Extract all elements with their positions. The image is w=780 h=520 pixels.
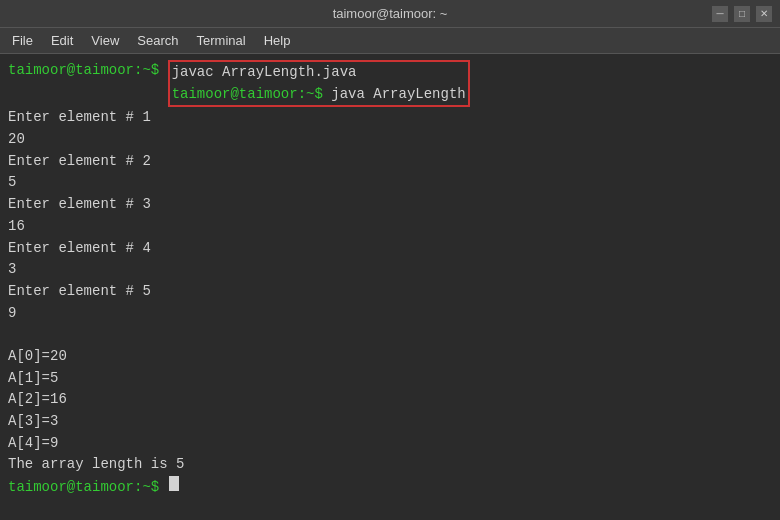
menu-terminal[interactable]: Terminal xyxy=(189,31,254,50)
output-line-3: Enter element # 3 xyxy=(8,194,772,216)
array-4: A[4]=9 xyxy=(8,433,772,455)
output-line-1: Enter element # 1 xyxy=(8,107,772,129)
output-line-2: Enter element # 2 xyxy=(8,151,772,173)
title-bar: taimoor@taimoor: ~ ─ □ ✕ xyxy=(0,0,780,28)
array-length: The array length is 5 xyxy=(8,454,772,476)
menu-search[interactable]: Search xyxy=(129,31,186,50)
prompt-2: taimoor@taimoor:~$ xyxy=(172,84,332,106)
minimize-button[interactable]: ─ xyxy=(712,6,728,22)
window-title: taimoor@taimoor: ~ xyxy=(333,6,448,21)
menubar: File Edit View Search Terminal Help xyxy=(0,28,780,54)
output-line-4: Enter element # 4 xyxy=(8,238,772,260)
output-line-5: Enter element # 5 xyxy=(8,281,772,303)
command-2: java ArrayLength xyxy=(331,84,465,106)
terminal-body[interactable]: taimoor@taimoor:~$ javac ArrayLength.jav… xyxy=(0,54,780,520)
output-value-1: 20 xyxy=(8,129,772,151)
prompt-1: taimoor@taimoor:~$ xyxy=(8,60,168,82)
output-value-2: 5 xyxy=(8,172,772,194)
last-prompt-line: taimoor@taimoor:~$ xyxy=(8,476,772,499)
menu-view[interactable]: View xyxy=(83,31,127,50)
command-1: javac ArrayLength.java xyxy=(172,62,466,84)
output-blank xyxy=(8,324,772,346)
array-1: A[1]=5 xyxy=(8,368,772,390)
command-block: taimoor@taimoor:~$ javac ArrayLength.jav… xyxy=(8,60,772,107)
close-button[interactable]: ✕ xyxy=(756,6,772,22)
terminal-window: taimoor@taimoor: ~ ─ □ ✕ File Edit View … xyxy=(0,0,780,520)
window-controls: ─ □ ✕ xyxy=(712,6,772,22)
array-0: A[0]=20 xyxy=(8,346,772,368)
menu-edit[interactable]: Edit xyxy=(43,31,81,50)
array-3: A[3]=3 xyxy=(8,411,772,433)
array-2: A[2]=16 xyxy=(8,389,772,411)
maximize-button[interactable]: □ xyxy=(734,6,750,22)
output-value-4: 3 xyxy=(8,259,772,281)
menu-help[interactable]: Help xyxy=(256,31,299,50)
menu-file[interactable]: File xyxy=(4,31,41,50)
output-value-3: 16 xyxy=(8,216,772,238)
cursor xyxy=(169,476,179,491)
last-prompt: taimoor@taimoor:~$ xyxy=(8,477,168,499)
output-value-5: 9 xyxy=(8,303,772,325)
